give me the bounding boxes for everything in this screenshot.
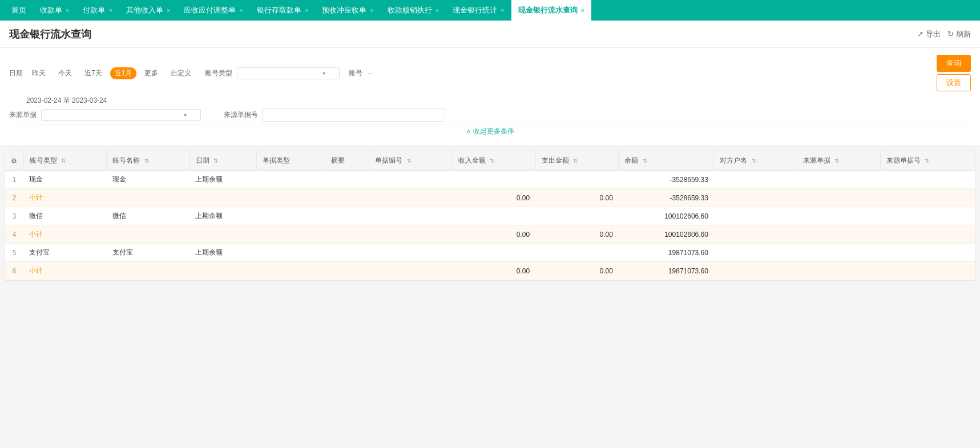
cell-account-type: 现金: [23, 171, 107, 189]
cell-source-doc-no: [880, 244, 975, 262]
setting-button[interactable]: 设置: [937, 74, 971, 91]
query-button[interactable]: 查询: [937, 55, 971, 72]
page-header: 现金银行流水查询 ↗ 导出 ↻ 刷新: [0, 21, 980, 48]
cell-account-name: [107, 225, 190, 244]
nav-cash-stats[interactable]: 现金银行统计 ×: [446, 0, 511, 21]
nav-home[interactable]: 首页: [5, 0, 33, 21]
page-title: 现金银行流水查询: [9, 27, 91, 41]
cell-counterpart: [714, 189, 797, 207]
cell-summary: [325, 225, 369, 244]
cell-summary: [325, 207, 369, 225]
cell-account-type: 微信: [23, 207, 107, 225]
close-icon[interactable]: ×: [167, 7, 170, 14]
cell-summary: [325, 244, 369, 262]
nav-payment[interactable]: 付款单 ×: [76, 0, 119, 21]
header-actions: ↗ 导出 ↻ 刷新: [917, 29, 971, 39]
export-button[interactable]: ↗ 导出: [917, 29, 941, 39]
date-opt-more[interactable]: 更多: [140, 67, 163, 79]
col-account-name[interactable]: 账号名称 ⇅: [107, 151, 190, 171]
sort-icon: ⇅: [213, 158, 218, 164]
cell-account-name: 支付宝: [107, 244, 190, 262]
filter-row-1: 日期 昨天 今天 近7天 近1月 更多 自定义 账号类型 ▾ 账号 ··· 查询…: [9, 55, 971, 91]
col-date[interactable]: 日期 ⇅: [189, 151, 256, 171]
nav-adjustment[interactable]: 应收应付调整单 ×: [177, 0, 249, 21]
col-balance[interactable]: 余额 ⇅: [619, 151, 714, 171]
close-icon[interactable]: ×: [305, 7, 308, 14]
close-icon[interactable]: ×: [581, 7, 584, 14]
cell-balance: 19871073.60: [619, 244, 714, 262]
table-row: 6小计0.000.0019871073.60: [5, 262, 975, 280]
source-doc-label: 来源单据: [9, 110, 37, 120]
table-row: 4小计0.000.00100102606.60: [5, 225, 975, 244]
top-navigation: 首页 收款单 × 付款单 × 其他收入单 × 应收应付调整单 × 银行存取款单 …: [0, 0, 980, 21]
cell-account-type: 小计: [23, 262, 107, 280]
nav-bank-deposit[interactable]: 银行存取款单 ×: [250, 0, 315, 21]
cell-doc-no: [369, 262, 453, 280]
cell-doc-type: [257, 244, 325, 262]
close-icon[interactable]: ×: [435, 7, 439, 14]
close-icon[interactable]: ×: [501, 7, 504, 14]
date-opt-7days[interactable]: 近7天: [80, 67, 107, 79]
nav-prepay-offset[interactable]: 预收冲应收单 ×: [315, 0, 380, 21]
sort-icon: ⇅: [752, 158, 756, 164]
cell-date: 上期余额: [189, 244, 256, 262]
col-doc-type[interactable]: 单据类型: [257, 151, 325, 171]
cell-counterpart: [714, 225, 797, 244]
account-ellipsis-btn[interactable]: ···: [367, 68, 374, 78]
sort-icon: ⇅: [834, 158, 839, 164]
row-number: 6: [5, 262, 23, 280]
cell-income: [452, 207, 535, 225]
table-row: 5支付宝支付宝上期余额19871073.60: [5, 244, 975, 262]
cell-expense: 0.00: [535, 225, 619, 244]
cell-account-name: [107, 262, 190, 280]
col-source-doc[interactable]: 来源单据 ⇅: [797, 151, 881, 171]
cell-summary: [325, 171, 369, 189]
source-doc-no-group: 来源单据号: [224, 108, 445, 122]
cell-doc-no: [369, 244, 453, 262]
collapse-bar[interactable]: ∧ 收起更多条件: [9, 124, 971, 139]
col-account-type[interactable]: 账号类型 ⇅: [23, 151, 107, 171]
cell-summary: [325, 262, 369, 280]
source-doc-select[interactable]: ▾: [41, 109, 201, 121]
refresh-button[interactable]: ↻ 刷新: [947, 29, 971, 39]
date-opt-1month[interactable]: 近1月: [110, 67, 137, 79]
nav-receipt[interactable]: 收款单 ×: [33, 0, 76, 21]
close-icon[interactable]: ×: [370, 7, 373, 14]
cell-summary: [325, 189, 369, 207]
sort-icon: ⇅: [925, 158, 929, 164]
col-doc-no[interactable]: 单据编号 ⇅: [369, 151, 453, 171]
close-icon[interactable]: ×: [66, 7, 69, 14]
date-opt-custom[interactable]: 自定义: [166, 67, 196, 79]
cell-doc-type: [257, 171, 325, 189]
date-label: 日期: [9, 68, 23, 78]
col-expense[interactable]: 支出金额 ⇅: [535, 151, 619, 171]
date-opt-today[interactable]: 今天: [54, 67, 76, 79]
close-icon[interactable]: ×: [239, 7, 243, 14]
col-summary[interactable]: 摘要: [325, 151, 369, 171]
col-settings[interactable]: ⚙: [5, 151, 23, 171]
data-table-container: ⚙ 账号类型 ⇅ 账号名称 ⇅ 日期 ⇅ 单据类型 摘要: [5, 151, 975, 281]
date-opt-yesterday[interactable]: 昨天: [27, 67, 50, 79]
nav-cash-flow[interactable]: 现金银行流水查询 ×: [511, 0, 591, 21]
cell-expense: [535, 171, 619, 189]
source-doc-no-label: 来源单据号: [224, 110, 258, 120]
nav-collection-exec[interactable]: 收款核销执行 ×: [381, 0, 446, 21]
source-doc-no-input[interactable]: [263, 108, 445, 122]
cell-balance: 100102606.60: [619, 207, 714, 225]
cell-income: 0.00: [452, 189, 535, 207]
account-type-select[interactable]: ▾: [237, 67, 340, 79]
settings-icon: ⚙: [11, 157, 17, 165]
cell-date: 上期余额: [189, 207, 256, 225]
nav-other-income[interactable]: 其他收入单 ×: [119, 0, 177, 21]
col-source-doc-no[interactable]: 来源单据号 ⇅: [880, 151, 975, 171]
cell-expense: 0.00: [535, 189, 619, 207]
cell-income: 0.00: [452, 262, 535, 280]
cell-date: [189, 225, 256, 244]
chevron-down-icon: ▾: [322, 70, 325, 76]
col-counterpart[interactable]: 对方户名 ⇅: [714, 151, 797, 171]
col-income[interactable]: 收入金额 ⇅: [452, 151, 535, 171]
row-number: 1: [5, 171, 23, 189]
table-row: 2小计0.000.00-3528659.33: [5, 189, 975, 207]
date-options: 昨天 今天 近7天 近1月 更多 自定义: [27, 67, 196, 79]
close-icon[interactable]: ×: [108, 7, 112, 14]
